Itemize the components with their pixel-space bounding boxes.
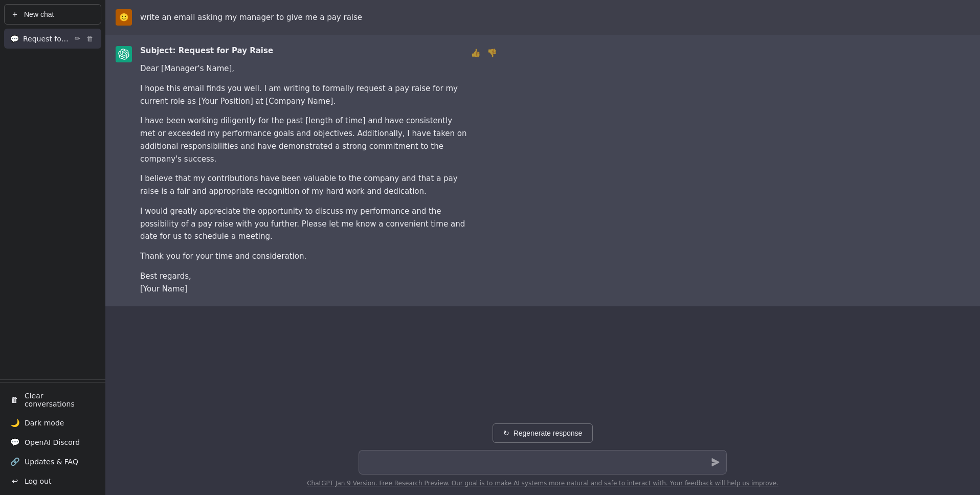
chat-icon: 💬 xyxy=(10,35,19,43)
edit-conversation-button[interactable]: ✏ xyxy=(73,34,82,43)
response-text-block: Subject: Request for Pay Raise Dear [Man… xyxy=(140,46,470,295)
footer-note-link[interactable]: ChatGPT Jan 9 Version. Free Research Pre… xyxy=(307,480,778,487)
plus-icon: ＋ xyxy=(11,10,19,18)
conversation-label: Request for Pay Raise xyxy=(23,35,69,43)
clear-label: Clear conversations xyxy=(25,392,95,408)
email-para-5: Thank you for your time and consideratio… xyxy=(140,250,470,263)
dark-mode-label: Dark mode xyxy=(25,419,64,427)
main-content: 🙂 write an email asking my manager to gi… xyxy=(105,0,980,495)
sidebar: ＋ New chat 💬 Request for Pay Raise ✏ 🗑 🗑… xyxy=(0,0,105,495)
link-icon: 🔗 xyxy=(10,457,19,466)
user-avatar-icon: 🙂 xyxy=(119,13,129,22)
input-area xyxy=(359,450,727,475)
regenerate-label: Regenerate response xyxy=(514,429,583,437)
response-content: Subject: Request for Pay Raise Dear [Man… xyxy=(140,46,498,295)
email-para-2: I have been working diligently for the p… xyxy=(140,115,470,165)
response-row: Subject: Request for Pay Raise Dear [Man… xyxy=(140,46,498,295)
new-chat-button[interactable]: ＋ New chat xyxy=(4,4,101,25)
user-avatar: 🙂 xyxy=(116,9,132,26)
sidebar-item-dark[interactable]: 🌙 Dark mode xyxy=(4,413,101,433)
user-message-bar: 🙂 write an email asking my manager to gi… xyxy=(105,0,980,35)
assistant-avatar xyxy=(116,46,132,62)
thumbs-up-button[interactable]: 👍 xyxy=(470,47,482,59)
updates-label: Updates & FAQ xyxy=(25,458,78,466)
footer: ↻ Regenerate response ChatGPT Jan 9 Vers… xyxy=(105,417,980,496)
thumbs-down-button[interactable]: 👎 xyxy=(486,47,498,59)
sidebar-bottom: 🗑 Clear conversations 🌙 Dark mode 💬 Open… xyxy=(0,382,105,495)
email-para-0: Dear [Manager's Name], xyxy=(140,62,470,75)
email-body: Dear [Manager's Name], I hope this email… xyxy=(140,62,470,295)
chat-input[interactable] xyxy=(359,450,727,475)
sidebar-item-clear[interactable]: 🗑 Clear conversations xyxy=(4,387,101,413)
send-icon xyxy=(711,458,720,466)
sidebar-item-discord[interactable]: 💬 OpenAI Discord xyxy=(4,433,101,452)
send-button[interactable] xyxy=(709,456,722,468)
regenerate-button[interactable]: ↻ Regenerate response xyxy=(493,423,593,443)
email-para-4: I would greatly appreciate the opportuni… xyxy=(140,205,470,243)
moon-icon: 🌙 xyxy=(10,418,19,428)
regenerate-icon: ↻ xyxy=(503,429,509,437)
sidebar-item-updates[interactable]: 🔗 Updates & FAQ xyxy=(4,452,101,471)
sidebar-item-logout[interactable]: ↩ Log out xyxy=(4,471,101,491)
email-para-3: I believe that my contributions have bee… xyxy=(140,172,470,198)
new-chat-label: New chat xyxy=(24,10,54,18)
response-actions: 👍 👎 xyxy=(470,46,498,59)
discord-icon: 💬 xyxy=(10,438,19,447)
logout-label: Log out xyxy=(25,477,51,485)
conversation-actions: ✏ 🗑 xyxy=(73,34,95,43)
email-para-6: Best regards,[Your Name] xyxy=(140,270,470,296)
clear-icon: 🗑 xyxy=(10,395,19,404)
logout-icon: ↩ xyxy=(10,477,19,486)
user-message-text: write an email asking my manager to give… xyxy=(140,12,362,24)
response-area: Subject: Request for Pay Raise Dear [Man… xyxy=(105,35,980,417)
response-message: Subject: Request for Pay Raise Dear [Man… xyxy=(105,35,980,306)
openai-logo-icon xyxy=(118,49,129,60)
email-para-1: I hope this email finds you well. I am w… xyxy=(140,82,470,108)
discord-label: OpenAI Discord xyxy=(25,438,80,446)
conversation-item[interactable]: 💬 Request for Pay Raise ✏ 🗑 xyxy=(4,29,101,49)
footer-note: ChatGPT Jan 9 Version. Free Research Pre… xyxy=(307,480,778,487)
sidebar-top: ＋ New chat 💬 Request for Pay Raise ✏ 🗑 xyxy=(0,0,105,377)
sidebar-divider xyxy=(0,379,105,380)
email-subject: Subject: Request for Pay Raise xyxy=(140,46,470,55)
delete-conversation-button[interactable]: 🗑 xyxy=(84,34,95,43)
